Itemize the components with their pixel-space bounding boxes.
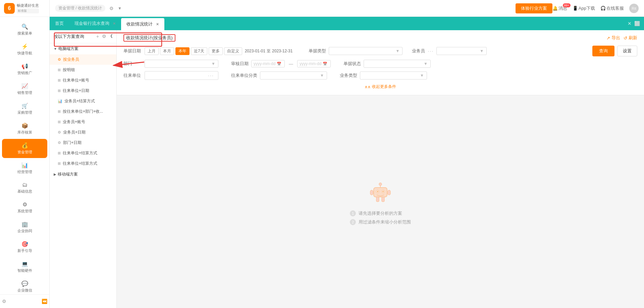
left-panel-header: 按以下方案查询 ＋ ⚙ 《 — [50, 30, 116, 43]
svg-rect-3 — [376, 197, 379, 202]
search-menu-icon: 🔍 — [21, 23, 28, 30]
scheme-item-by-unit-calc2[interactable]: ⊞ 往来单位+结算方式 — [50, 158, 116, 169]
export-btn[interactable]: ↗ 导出 — [606, 35, 620, 41]
dept-label: 部门 — [123, 61, 142, 67]
scheme-group-mobile-header[interactable]: ▶ 移动端方案 — [50, 169, 116, 180]
settings-scheme-icon[interactable]: ⚙ — [102, 34, 106, 40]
date-btn-custom[interactable]: 自定义 — [224, 47, 242, 55]
sidebar-item-inventory[interactable]: 📦 库存核算 — [2, 119, 47, 138]
hardware-icon: 💻 — [21, 261, 28, 267]
date-range: 2023-01-01 至 2023-12-31 — [245, 48, 293, 54]
scheme-item-by-salesperson-calc[interactable]: 📊 业务员+结算方式 — [50, 96, 116, 106]
tab-close-receipt-stats[interactable]: ✕ — [156, 22, 159, 27]
data-area: 1 请先选择要分析的方案 2 用过滤条件来缩小分析范围 — [117, 95, 644, 308]
scheme-item-by-salesperson[interactable]: ⚙ 按业务员 — [50, 54, 116, 65]
review-date-from[interactable]: yyyy-mm-dd 📅 — [251, 60, 285, 67]
quick-nav-icon: ⚡ — [21, 43, 28, 50]
sidebar-item-operation[interactable]: 📊 经营管理 — [2, 159, 47, 178]
sidebar-item-sales[interactable]: 📈 销售管理 — [2, 80, 47, 99]
calendar-from-icon: 📅 — [277, 62, 281, 66]
tab-close-bank-flow[interactable]: ✕ — [113, 21, 116, 26]
svg-rect-2 — [388, 190, 390, 195]
scheme-item-icon: ⚙ — [58, 130, 61, 135]
date-btn-last-month[interactable]: 上月 — [145, 47, 159, 55]
query-btn[interactable]: 查询 — [592, 46, 614, 56]
sidebar-item-wechat[interactable]: 💬 企业微信 — [2, 277, 47, 294]
finance-icon: 💰 — [21, 142, 28, 149]
content-area: 按以下方案查询 ＋ ⚙ 《 ▼ 电脑端方案 ⚙ 按业务员 ⊞ — [50, 30, 644, 308]
scheme-item-by-detail[interactable]: ⊞ 按明细 — [50, 65, 116, 75]
sidebar-item-enterprise[interactable]: 🏢 企业协同 — [2, 218, 47, 237]
phone-icon: 📱 — [573, 6, 578, 11]
review-date-to[interactable]: yyyy-mm-dd 📅 — [297, 60, 331, 67]
settings-btn[interactable]: 设置 — [617, 46, 637, 56]
scheme-group-desktop-header[interactable]: ▼ 电脑端方案 — [50, 43, 116, 54]
biz-type-select[interactable]: ▼ — [360, 71, 427, 80]
scheme-item-by-salesperson-date[interactable]: ⚙ 业务员+日期 — [50, 127, 116, 138]
notification-badge: 99+ — [563, 3, 571, 7]
salesperson-select[interactable]: ▼ — [436, 47, 487, 55]
trial-btn[interactable]: 体验行业方案 — [516, 3, 552, 13]
online-support[interactable]: 🎧 在线客服 — [600, 5, 624, 11]
basic-info-icon: 🗂 — [22, 182, 28, 188]
filter-area: 单据日期 上月 本月 本年 近7天 更多 自定义 2023-01-01 至 — [123, 46, 637, 95]
counterparty-category-select[interactable]: ▼ — [260, 71, 327, 80]
tab-receipt-stats[interactable]: 收款情况统计 ✕ — [121, 18, 164, 30]
counterparty-category-label: 往来单位分类 — [231, 72, 257, 79]
sidebar-item-search-menu[interactable]: 🔍 搜索菜单 — [2, 20, 47, 39]
doc-type-label: 单据类型 — [309, 48, 326, 54]
sidebar-item-purchase[interactable]: 🛒 采购管理 — [2, 99, 47, 118]
doc-status-select[interactable]: ▼ — [364, 60, 431, 68]
counterparty-label: 往来单位 — [123, 72, 142, 79]
tab-bar: 首页 现金银行流水查询 ✕ 收款情况统计 ✕ ✕ ⬜ — [50, 17, 644, 30]
sidebar-item-finance[interactable]: 💰 资金管理 — [2, 139, 47, 158]
tab-home[interactable]: 首页 — [50, 17, 69, 30]
scheme-item-icon: 📊 — [58, 99, 62, 103]
counterparty-more-icon[interactable]: ··· — [208, 73, 214, 78]
counterparty-select[interactable]: ··· — [145, 71, 218, 80]
header-gear-icon[interactable]: ⚙ — [109, 6, 114, 11]
review-date-label: 审核日期 — [231, 61, 249, 67]
date-btn-this-year[interactable]: 本年 — [175, 47, 190, 55]
notification[interactable]: 🔔 消息 99+ — [552, 5, 567, 11]
add-scheme-icon[interactable]: ＋ — [95, 34, 100, 40]
date-btn-more[interactable]: 更多 — [209, 47, 223, 55]
refresh-btn[interactable]: ↺ 刷新 — [624, 35, 637, 41]
sidebar-item-hardware[interactable]: 💻 智能硬件 — [2, 257, 47, 276]
filter-row-2: 部门 ▼ 审核日期 yyyy-mm-dd 📅 — — [123, 60, 637, 68]
app-download[interactable]: 📱 App下载 — [573, 5, 595, 11]
dept-select[interactable]: ▼ — [145, 60, 218, 68]
wechat-icon: 💬 — [21, 280, 28, 287]
scheme-item-by-unit-account[interactable]: ⊞ 往来单位+账号 — [50, 75, 116, 86]
scheme-item-by-unit-date[interactable]: ⊞ 往来单位+日期 — [50, 86, 116, 96]
scheme-item-by-dept-date[interactable]: ⚙ 部门+日期 — [50, 138, 116, 148]
settings-footer-icon[interactable]: ⚙ — [2, 299, 6, 304]
sidebar-item-basic-info[interactable]: 🗂 基础信息 — [2, 178, 47, 197]
user-avatar[interactable]: Rit — [629, 4, 639, 13]
date-btn-this-month[interactable]: 本月 — [160, 47, 174, 55]
purchase-icon: 🛒 — [21, 103, 28, 109]
collapse-filter-btn[interactable]: ∧∧ 收起更多条件 — [123, 81, 637, 92]
scheme-item-by-salesperson-account[interactable]: ⊞ 业务员+账号 — [50, 117, 116, 127]
tab-close-all-icon[interactable]: ✕ — [628, 21, 632, 26]
scheme-item-by-unit-dept-recv[interactable]: ⊞ 按往来单位+部门+收... — [50, 106, 116, 117]
collapse-sidebar-icon[interactable]: ⏪ — [42, 299, 47, 304]
scheme-item-by-unit-calc[interactable]: ⊞ 往来单位+结算方式 — [50, 148, 116, 158]
sidebar-item-guide[interactable]: 🎯 新手引导 — [2, 238, 47, 257]
tab-maximize-icon[interactable]: ⬜ — [634, 21, 640, 26]
header-dropdown-icon[interactable]: ▼ — [118, 6, 122, 11]
date-btn-last-7days[interactable]: 近7天 — [191, 47, 207, 55]
guide-icon: 🎯 — [21, 241, 28, 247]
page-title-row: 收款情况统计(按业务员) ↗ 导出 ↺ 刷新 — [123, 34, 637, 42]
empty-steps: 1 请先选择要分析的方案 2 用过滤条件来缩小分析范围 — [350, 210, 411, 225]
scheme-item-icon: ⊞ — [58, 89, 61, 93]
sidebar-item-system[interactable]: ⚙ 系统管理 — [2, 198, 47, 217]
tab-bank-flow[interactable]: 现金银行流水查询 ✕ — [69, 17, 121, 30]
sidebar-footer: ⚙ ⏪ — [0, 294, 49, 308]
salesperson-more-icon[interactable]: ··· — [428, 48, 434, 54]
empty-state: 1 请先选择要分析的方案 2 用过滤条件来缩小分析范围 — [350, 178, 411, 225]
sidebar-item-marketing[interactable]: 📢 营销推广 — [2, 60, 47, 79]
doc-type-select[interactable]: ▼ — [329, 47, 402, 55]
sidebar-item-quick-nav[interactable]: ⚡ 快捷导航 — [2, 40, 47, 59]
collapse-panel-icon[interactable]: 《 — [108, 34, 112, 40]
